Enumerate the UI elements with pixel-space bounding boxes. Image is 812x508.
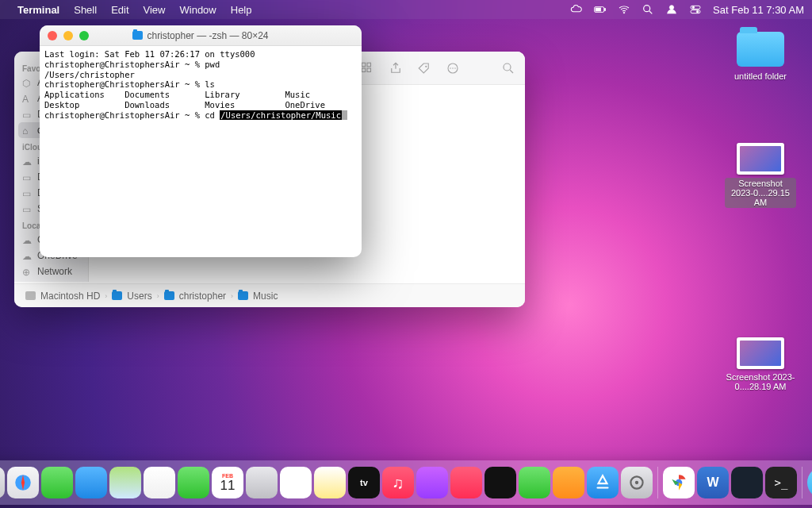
icloud-icon[interactable] — [570, 3, 583, 16]
battery-icon[interactable] — [594, 3, 607, 16]
dock-app-appstore[interactable] — [587, 467, 619, 498]
svg-point-19 — [454, 67, 456, 69]
dock-app-messages[interactable] — [41, 467, 73, 498]
dock-app-keynote[interactable] — [553, 467, 584, 498]
dock-app-news[interactable] — [450, 467, 482, 498]
dock-app-stocks[interactable] — [485, 467, 516, 498]
svg-point-9 — [692, 6, 695, 9]
terminal-cursor — [342, 110, 347, 120]
svg-point-20 — [504, 64, 511, 71]
dock-app-word[interactable]: W — [697, 467, 729, 498]
zoom-icon[interactable] — [79, 31, 89, 40]
share-icon[interactable] — [387, 60, 404, 77]
svg-rect-14 — [367, 68, 371, 72]
svg-point-3 — [623, 12, 625, 13]
svg-point-18 — [452, 67, 454, 69]
svg-point-17 — [450, 67, 451, 69]
finder-path-bar[interactable]: Macintosh HD› Users› christopher› Music — [14, 283, 525, 307]
path-seg[interactable]: christopher — [179, 291, 226, 302]
terminal-window[interactable]: christopher — -zsh — 80×24 Last login: S… — [40, 25, 362, 257]
svg-rect-1 — [604, 9, 605, 11]
dock-app-terminal[interactable]: >_ — [765, 467, 797, 498]
wifi-icon[interactable] — [618, 3, 630, 16]
folder-icon — [132, 31, 143, 40]
svg-point-10 — [696, 10, 699, 13]
minimize-icon[interactable] — [63, 31, 73, 40]
menu-view[interactable]: View — [144, 4, 166, 16]
folder-icon — [737, 32, 784, 67]
path-seg[interactable]: Music — [253, 291, 278, 302]
folder-icon — [164, 291, 174, 300]
desktop-folder[interactable]: untitled folder — [725, 32, 796, 81]
disk-icon — [25, 291, 36, 300]
folder-icon — [112, 291, 122, 300]
dock-app-contacts[interactable] — [246, 467, 278, 498]
svg-point-28 — [635, 481, 638, 484]
dock-app-photos[interactable] — [144, 467, 175, 498]
svg-line-5 — [649, 11, 652, 13]
dock-app-facetime[interactable] — [178, 467, 209, 498]
svg-point-15 — [425, 65, 427, 67]
path-seg[interactable]: Users — [127, 291, 151, 302]
desktop-folder-label: untitled folder — [725, 71, 796, 81]
action-icon[interactable] — [444, 60, 462, 77]
app-menu[interactable]: Terminal — [17, 4, 59, 16]
dock: FEB11tv♫W>_ — [0, 460, 812, 505]
dock-app-mail[interactable] — [75, 467, 107, 498]
menubar: Terminal Shell Edit View Window Help Sat… — [0, 0, 812, 19]
dock-app-calendar[interactable]: FEB11 — [212, 467, 243, 498]
terminal-title: christopher — -zsh — 80×24 — [147, 30, 268, 41]
svg-rect-11 — [362, 63, 366, 67]
svg-rect-13 — [362, 68, 366, 72]
dock-app-steam[interactable] — [731, 467, 763, 498]
svg-rect-12 — [367, 63, 371, 67]
desktop-screenshot-2[interactable]: Screenshot 2023-0....28.19 AM — [725, 337, 796, 391]
menu-window[interactable]: Window — [180, 4, 216, 16]
svg-point-6 — [669, 6, 673, 10]
svg-rect-2 — [596, 8, 601, 11]
spotlight-icon[interactable] — [642, 3, 654, 16]
dock-app-launchpad[interactable] — [0, 467, 5, 498]
search-icon[interactable] — [500, 60, 517, 77]
screenshot-thumb-icon — [737, 337, 784, 369]
path-seg[interactable]: Macintosh HD — [40, 291, 100, 302]
dock-app-music[interactable]: ♫ — [382, 467, 414, 498]
close-icon[interactable] — [48, 31, 57, 40]
folder-icon — [238, 291, 248, 300]
desktop-screenshot-1-label: Screenshot 2023-0....29.15 AM — [725, 178, 796, 208]
dock-divider — [657, 467, 658, 498]
dock-app-chrome[interactable] — [663, 467, 695, 498]
terminal-titlebar[interactable]: christopher — -zsh — 80×24 — [40, 25, 362, 46]
dock-app-preferences[interactable] — [621, 467, 653, 498]
dock-app-downloads[interactable] — [807, 467, 812, 498]
desktop-screenshot-2-label: Screenshot 2023-0....28.19 AM — [725, 372, 796, 391]
svg-line-21 — [510, 70, 513, 73]
terminal-highlighted-arg: /Users/christopher/Music — [220, 110, 342, 120]
menu-edit[interactable]: Edit — [111, 4, 128, 16]
menu-help[interactable]: Help — [231, 4, 252, 16]
dock-app-numbers[interactable] — [519, 467, 550, 498]
dock-app-maps[interactable] — [109, 467, 141, 498]
screenshot-thumb-icon — [737, 143, 784, 175]
tag-icon[interactable] — [416, 60, 433, 77]
menubar-clock[interactable]: Sat Feb 11 7:30 AM — [713, 4, 804, 16]
dock-app-safari[interactable] — [7, 467, 39, 498]
sidebar-hdr-tags: Tags — [14, 279, 88, 282]
dock-app-podcasts[interactable] — [416, 467, 448, 498]
svg-point-4 — [644, 6, 650, 12]
sidebar-item[interactable]: ⊕Network — [14, 264, 88, 279]
dock-app-tv[interactable]: tv — [348, 467, 380, 498]
user-icon[interactable] — [665, 3, 678, 16]
control-center-icon[interactable] — [689, 3, 702, 16]
desktop-screenshot-1[interactable]: Screenshot 2023-0....29.15 AM — [725, 143, 796, 208]
terminal-body[interactable]: Last login: Sat Feb 11 07:26:17 on ttys0… — [40, 46, 362, 257]
menu-shell[interactable]: Shell — [74, 4, 97, 16]
dock-divider — [802, 467, 802, 498]
dock-app-reminders[interactable] — [280, 467, 312, 498]
dock-app-notes[interactable] — [314, 467, 346, 498]
